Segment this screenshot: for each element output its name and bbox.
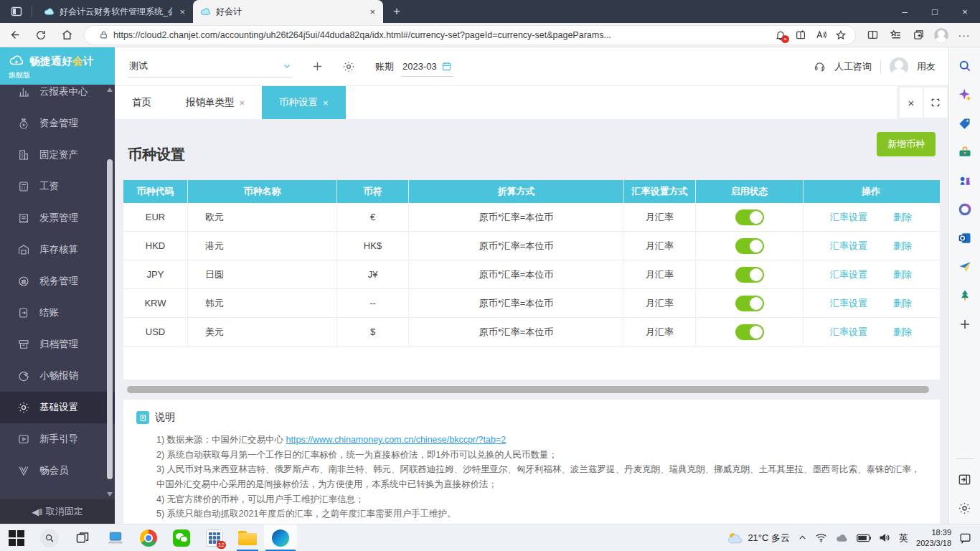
- delete-link[interactable]: 删除: [893, 240, 912, 253]
- notifications-blocked-icon[interactable]: ×: [771, 27, 791, 44]
- tab-currency-set[interactable]: 币种设置×: [262, 86, 346, 119]
- home-icon[interactable]: [56, 25, 77, 45]
- profile-avatar[interactable]: [930, 25, 953, 45]
- chinamoney-link[interactable]: https://www.chinamoney.com.cn/chinese/bk…: [286, 435, 507, 445]
- collections-icon[interactable]: [907, 25, 930, 45]
- tab-close-icon[interactable]: ×: [367, 6, 377, 17]
- tab-expense-type[interactable]: 报销单类型×: [169, 86, 262, 119]
- edge-icon[interactable]: [264, 524, 297, 551]
- onedrive-cloud-icon[interactable]: [835, 533, 849, 543]
- sidebar-item-invoice[interactable]: 发票管理: [0, 202, 115, 234]
- sidebar-item-member[interactable]: 畅会员: [0, 455, 115, 486]
- sidebar-item-report-center[interactable]: 云报表中心: [0, 85, 115, 108]
- clock[interactable]: 18:392023/3/18: [916, 527, 951, 548]
- enable-toggle[interactable]: [735, 238, 764, 254]
- sidebar-item-guide[interactable]: 新手引导: [0, 423, 115, 455]
- outlook-icon[interactable]: [956, 230, 974, 247]
- rate-setting-link[interactable]: 汇率设置: [830, 268, 867, 281]
- weather-widget[interactable]: 21°C 多云: [726, 531, 790, 545]
- enable-toggle[interactable]: [735, 324, 764, 340]
- add-account-icon[interactable]: [311, 60, 324, 72]
- sidebar-item-basic-settings[interactable]: 基础设置: [0, 392, 115, 423]
- favorite-star-icon[interactable]: [831, 27, 851, 44]
- back-icon[interactable]: [4, 25, 26, 45]
- account-settings-gear-icon[interactable]: [342, 60, 355, 73]
- enable-toggle[interactable]: [735, 267, 764, 283]
- volume-icon[interactable]: [879, 532, 891, 543]
- read-aloud-icon[interactable]: [811, 27, 831, 44]
- new-tab-button[interactable]: +: [383, 4, 410, 19]
- horizontal-scrollbar[interactable]: [123, 386, 940, 393]
- enable-toggle[interactable]: [735, 209, 764, 225]
- sidebar-item-payroll[interactable]: 工资: [0, 171, 115, 202]
- scrollbar-thumb[interactable]: [127, 386, 929, 393]
- add-currency-button[interactable]: 新增币种: [877, 132, 936, 156]
- org-select[interactable]: 测试: [128, 55, 293, 77]
- sidebar-item-fixed-assets[interactable]: 固定资产: [0, 139, 115, 171]
- enable-toggle[interactable]: [735, 296, 764, 311]
- wifi-icon[interactable]: [815, 532, 827, 543]
- chrome-icon[interactable]: [132, 524, 165, 551]
- delete-link[interactable]: 删除: [893, 211, 912, 224]
- sidebar-item-tax[interactable]: 税 税务管理: [0, 265, 115, 297]
- tab-close-icon[interactable]: ×: [177, 6, 187, 17]
- shopping-tag-icon[interactable]: [956, 115, 974, 132]
- period-picker[interactable]: 2023-03: [401, 57, 453, 77]
- close-all-tabs-icon[interactable]: ×: [900, 88, 923, 118]
- maximize-button[interactable]: □: [920, 0, 950, 23]
- file-explorer-icon[interactable]: [231, 524, 264, 551]
- remote-desktop-icon[interactable]: [99, 524, 132, 551]
- microsoft365-icon[interactable]: [956, 201, 974, 218]
- tab-close-icon[interactable]: ×: [323, 98, 329, 108]
- sidebar-scrollbar[interactable]: [105, 86, 114, 498]
- rate-setting-link[interactable]: 汇率设置: [830, 211, 867, 224]
- taskbar-search-icon[interactable]: [33, 524, 66, 551]
- wechat-icon[interactable]: [165, 524, 198, 551]
- delete-link[interactable]: 删除: [893, 268, 912, 281]
- scroll-down-icon[interactable]: [107, 492, 113, 496]
- rate-setting-link[interactable]: 汇率设置: [830, 240, 867, 253]
- scrollbar-thumb[interactable]: [107, 159, 113, 479]
- rate-setting-link[interactable]: 汇率设置: [830, 297, 867, 310]
- browser-tab-inactive[interactable]: 好会计云财务软件管理系统_会计 ×: [37, 0, 193, 23]
- toolbox-icon[interactable]: [956, 143, 974, 161]
- tab-home[interactable]: 首页: [115, 86, 169, 119]
- split-window-icon[interactable]: [791, 27, 811, 44]
- user-avatar[interactable]: [890, 57, 908, 76]
- minimize-button[interactable]: –: [890, 0, 920, 23]
- address-bar[interactable]: https://cloud2.chanjet.com/accounting/uh…: [85, 26, 855, 44]
- sidebar-item-closing[interactable]: 结账: [0, 297, 115, 329]
- rate-setting-link[interactable]: 汇率设置: [830, 326, 867, 339]
- user-name[interactable]: 用友: [917, 60, 936, 73]
- favorites-bar-icon[interactable]: [884, 25, 907, 45]
- split-screen-icon[interactable]: [861, 25, 884, 45]
- games-icon[interactable]: [956, 172, 974, 189]
- refresh-icon[interactable]: [30, 25, 52, 45]
- sidebar-item-funds[interactable]: ¥ 资金管理: [0, 108, 115, 139]
- hide-sidebar-icon[interactable]: [956, 471, 974, 488]
- delete-link[interactable]: 删除: [893, 326, 912, 339]
- more-menu-icon[interactable]: ···: [953, 25, 976, 45]
- scroll-up-icon[interactable]: [107, 88, 113, 92]
- unpin-sidebar-button[interactable]: ◀‖ 取消固定: [0, 499, 115, 524]
- sidebar-item-inventory[interactable]: 库存核算: [0, 234, 115, 265]
- start-button[interactable]: [0, 524, 33, 551]
- sidebar-search-icon[interactable]: [956, 57, 974, 75]
- fullscreen-icon[interactable]: [924, 88, 947, 118]
- app-grid-icon[interactable]: 12: [198, 524, 231, 551]
- tray-expand-icon[interactable]: [798, 533, 807, 542]
- sidebar-item-archive[interactable]: 归档管理: [0, 329, 115, 360]
- notification-center-icon[interactable]: [959, 532, 971, 544]
- support-link[interactable]: 人工咨询: [834, 60, 872, 73]
- close-button[interactable]: ×: [950, 0, 980, 23]
- language-indicator[interactable]: 英: [899, 532, 908, 545]
- copilot-icon[interactable]: [956, 86, 974, 103]
- task-view-icon[interactable]: [66, 524, 99, 551]
- add-sidebar-app-icon[interactable]: [956, 316, 974, 333]
- tree-icon[interactable]: [956, 287, 974, 304]
- delete-link[interactable]: 删除: [893, 297, 912, 310]
- workspaces-icon[interactable]: [6, 3, 27, 20]
- sidebar-settings-gear-icon[interactable]: [956, 499, 974, 517]
- sidebar-item-reimburse[interactable]: 小畅报销: [0, 360, 115, 392]
- battery-icon[interactable]: [857, 534, 871, 542]
